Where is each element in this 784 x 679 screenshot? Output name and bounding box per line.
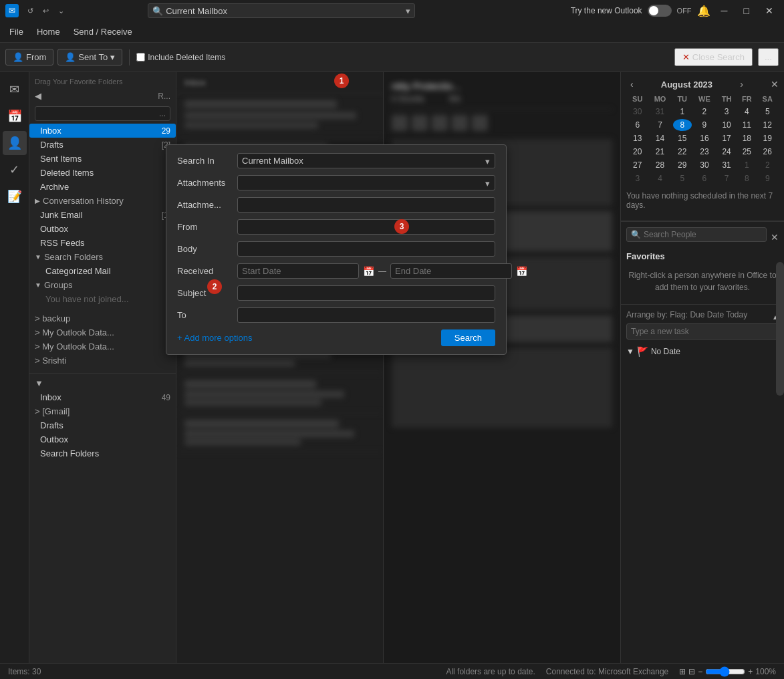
folder-outlook-data-2[interactable]: > My Outlook Data... (29, 340, 176, 354)
close-button[interactable]: ✕ (760, 4, 779, 17)
folder-group-groups[interactable]: ▼ Groups (29, 278, 176, 292)
second-inbox[interactable]: Inbox 49 (29, 390, 176, 404)
calendar-day-cell[interactable]: 19 (758, 132, 778, 144)
calendar-day-cell[interactable]: 12 (758, 119, 778, 131)
calendar-day-cell[interactable]: 5 (673, 172, 692, 184)
calendar-day-cell[interactable]: 8 (673, 119, 692, 131)
calendar-day-cell[interactable]: 8 (737, 172, 756, 184)
email-item[interactable] (176, 94, 383, 137)
calendar-day-cell[interactable]: 20 (628, 146, 647, 158)
calendar-day-cell[interactable]: 25 (737, 146, 756, 158)
calendar-next-btn[interactable]: › (736, 78, 747, 91)
calendar-day-cell[interactable]: 23 (693, 146, 716, 158)
calendar-day-cell[interactable]: 2 (693, 106, 716, 118)
calendar-day-cell[interactable]: 28 (648, 159, 671, 171)
nav-notes-icon[interactable]: 📝 (3, 184, 27, 209)
folder-drafts[interactable]: Drafts [2] (29, 138, 176, 152)
calendar-day-cell[interactable]: 13 (628, 132, 647, 144)
new-task-input[interactable] (626, 323, 779, 340)
calendar-day-cell[interactable]: 11 (737, 119, 756, 131)
new-outlook-toggle[interactable] (648, 5, 672, 17)
calendar-day-cell[interactable]: 3 (717, 106, 736, 118)
nav-mail-icon[interactable]: ✉ (3, 78, 27, 102)
sync-btn[interactable]: ↺ (24, 5, 37, 17)
dropdown-btn[interactable]: ⌄ (55, 5, 68, 17)
folder-search-input[interactable] (39, 109, 159, 118)
collapse-sidebar-btn[interactable]: ◀ (35, 91, 41, 101)
calendar-day-cell[interactable]: 16 (693, 132, 716, 144)
calendar-day-cell[interactable]: 17 (717, 132, 736, 144)
folder-outlook-data-1[interactable]: > My Outlook Data... (29, 325, 176, 340)
calendar-day-cell[interactable]: 5 (758, 106, 778, 118)
calendar-day-cell[interactable]: 6 (693, 172, 716, 184)
calendar-day-cell[interactable]: 18 (737, 132, 756, 144)
second-account-collapse[interactable]: ▼ (29, 376, 176, 390)
calendar-day-cell[interactable]: 22 (673, 146, 692, 158)
folder-backup[interactable]: > backup (29, 311, 176, 325)
search-in-select[interactable]: Current Mailbox (237, 153, 495, 168)
include-deleted-checkbox[interactable] (136, 53, 145, 61)
view-btn-1[interactable]: ⊞ (679, 667, 686, 676)
calendar-day-cell[interactable]: 31 (717, 159, 736, 171)
calendar-day-cell[interactable]: 3 (628, 172, 647, 184)
maximize-button[interactable]: □ (739, 4, 755, 17)
folder-inbox[interactable]: Inbox 29 (29, 124, 176, 138)
calendar-day-cell[interactable]: 21 (648, 146, 671, 158)
calendar-day-cell[interactable]: 2 (758, 159, 778, 171)
search-submit-btn[interactable]: Search (441, 329, 495, 346)
people-search-input[interactable] (644, 230, 762, 239)
attachments-select-wrapper[interactable] (237, 175, 495, 190)
zoom-in-btn[interactable]: + (748, 667, 753, 676)
calendar-day-cell[interactable]: 26 (758, 146, 778, 158)
calendar-day-cell[interactable]: 4 (737, 106, 756, 118)
folder-categorized-mail[interactable]: Categorized Mail (29, 264, 176, 278)
folder-srishti[interactable]: > Srishti (29, 354, 176, 368)
to-input[interactable] (237, 307, 495, 323)
view-btn-2[interactable]: ⊟ (688, 667, 695, 676)
calendar-day-cell[interactable]: 9 (758, 172, 778, 184)
end-date-picker-btn[interactable]: 📅 (516, 266, 527, 277)
minimize-button[interactable]: ─ (716, 4, 733, 17)
end-date-input[interactable] (390, 263, 512, 279)
calendar-day-cell[interactable]: 10 (717, 119, 736, 131)
folder-deleted-items[interactable]: Deleted Items (29, 166, 176, 180)
undo-btn[interactable]: ↩ (39, 5, 52, 17)
calendar-day-cell[interactable]: 6 (628, 119, 647, 131)
nav-calendar-icon[interactable]: 📅 (3, 104, 27, 128)
calendar-day-cell[interactable]: 7 (648, 119, 671, 131)
people-search-bar[interactable]: 🔍 (626, 227, 767, 242)
people-panel-close-btn[interactable]: ✕ (771, 232, 779, 243)
folder-sent-items[interactable]: Sent Items (29, 152, 176, 166)
calendar-prev-btn[interactable]: ‹ (626, 78, 638, 91)
calendar-day-cell[interactable]: 1 (673, 106, 692, 118)
zoom-slider[interactable] (705, 666, 745, 677)
menu-file[interactable]: File (3, 24, 30, 39)
calendar-day-cell[interactable]: 27 (628, 159, 647, 171)
calendar-day-cell[interactable]: 30 (693, 159, 716, 171)
calendar-day-cell[interactable]: 14 (648, 132, 671, 144)
calendar-day-cell[interactable]: 29 (673, 159, 692, 171)
calendar-day-cell[interactable]: 1 (737, 159, 756, 171)
menu-send-receive[interactable]: Send / Receive (67, 24, 139, 39)
calendar-day-cell[interactable]: 7 (717, 172, 736, 184)
search-in-select-wrapper[interactable]: Current Mailbox (237, 153, 495, 168)
calendar-day-cell[interactable]: 4 (648, 172, 671, 184)
calendar-day-cell[interactable]: 9 (693, 119, 716, 131)
from-button[interactable]: 👤 From (5, 49, 53, 65)
email-item[interactable] (176, 374, 383, 413)
second-gmail[interactable]: > [Gmail] (29, 404, 176, 418)
include-deleted-checkbox-label[interactable]: Include Deleted Items (136, 53, 225, 62)
start-date-input[interactable] (237, 263, 359, 279)
folder-junk-email[interactable]: Junk Email [1] (29, 208, 176, 222)
attachments-select[interactable] (237, 175, 495, 190)
body-input[interactable] (237, 241, 495, 257)
second-drafts[interactable]: Drafts (29, 418, 176, 432)
folder-outbox[interactable]: Outbox (29, 222, 176, 236)
subject-input[interactable] (237, 285, 495, 301)
folder-conversation-history[interactable]: ▶ Conversation History (29, 194, 176, 208)
nav-tasks-icon[interactable]: ✓ (3, 158, 27, 182)
start-date-picker-btn[interactable]: 📅 (363, 266, 374, 277)
from-input[interactable] (237, 219, 495, 235)
second-outbox[interactable]: Outbox (29, 432, 176, 446)
folder-groups-not-joined[interactable]: You have not joined... (29, 292, 176, 306)
